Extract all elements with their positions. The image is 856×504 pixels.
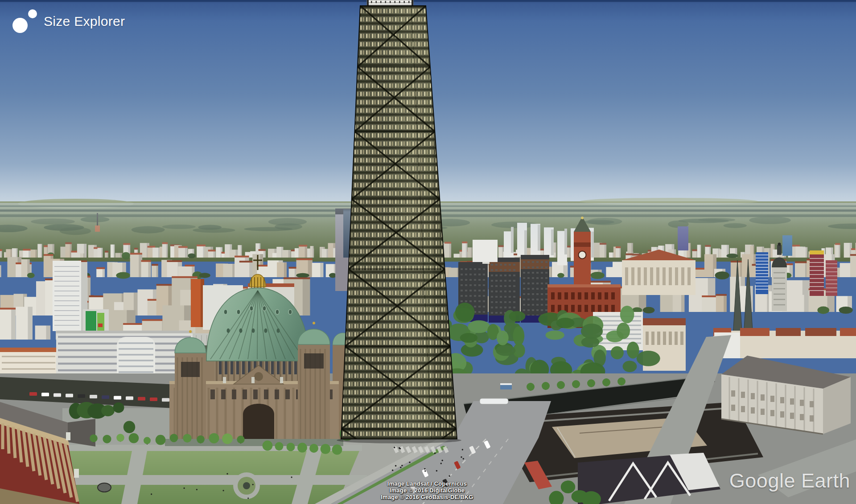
earth-3d-viewport[interactable] (0, 0, 856, 504)
size-explorer-app: Size Explorer Image Landsat / Copernicus… (0, 0, 856, 504)
